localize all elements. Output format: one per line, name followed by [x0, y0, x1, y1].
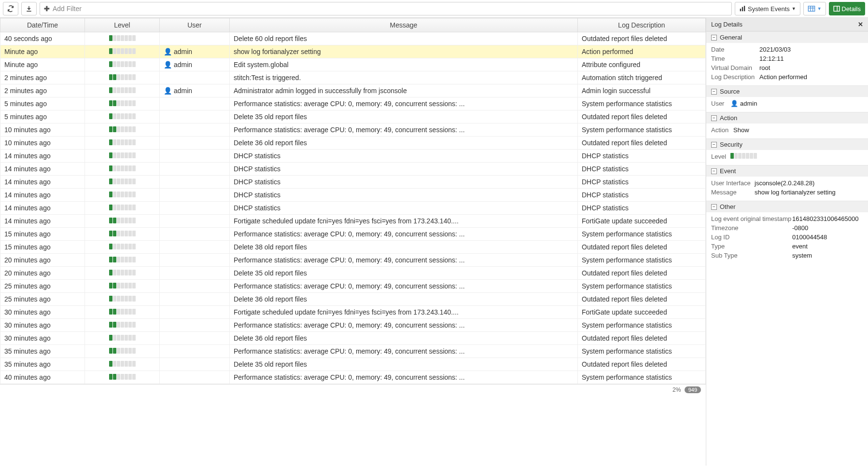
cell-level [85, 202, 160, 215]
details-field: Log ID0100044548 [711, 233, 863, 242]
details-field: User👤admin [711, 99, 863, 108]
cell-message: Delete 35 old report files [230, 358, 578, 371]
details-section-title: Source [720, 88, 740, 95]
details-field: ActionShow [711, 125, 863, 135]
cell-level [85, 163, 160, 176]
table-row[interactable]: 10 minutes agoDelete 36 old report files… [0, 137, 706, 150]
add-filter-input[interactable]: ✚ Add Filter [40, 2, 732, 15]
cell-message: DHCP statistics [230, 189, 578, 202]
level-indicator [109, 139, 136, 145]
details-section-header[interactable]: −Other [706, 201, 868, 212]
table-row[interactable]: 25 minutes agoDelete 36 old report files… [0, 293, 706, 306]
table-row[interactable]: 25 minutes agoPerformance statistics: av… [0, 280, 706, 293]
col-header-level[interactable]: Level [85, 18, 160, 32]
download-button[interactable] [21, 2, 37, 15]
table-row[interactable]: Minute ago👤adminshow log fortianalyzer s… [0, 45, 706, 58]
details-field: Timezone-0800 [711, 223, 863, 233]
cell-date: 2 minutes ago [0, 84, 85, 97]
cell-description: System performance statistics [578, 97, 706, 110]
cell-description: System performance statistics [578, 345, 706, 358]
collapse-icon: − [711, 115, 717, 121]
collapse-icon: − [711, 142, 717, 148]
table-row[interactable]: 2 minutes agostitch:Test is triggered.Au… [0, 71, 706, 84]
cell-message: Delete 35 old report files [230, 110, 578, 124]
table-row[interactable]: 14 minutes agoDHCP statisticsDHCP statis… [0, 176, 706, 189]
table-row[interactable]: 15 minutes agoDelete 38 old report files… [0, 241, 706, 254]
table-row[interactable]: 35 minutes agoDelete 35 old report files… [0, 358, 706, 371]
plus-icon: ✚ [44, 5, 50, 13]
table-row[interactable]: 14 minutes agoDHCP statisticsDHCP statis… [0, 163, 706, 176]
col-header-message[interactable]: Message [230, 18, 578, 32]
cell-message: show log fortianalyzer setting [230, 45, 578, 58]
cell-description: Outdated report files deleted [578, 293, 706, 306]
details-section-body: Date2021/03/03Time12:12:11Virtual Domain… [706, 43, 868, 85]
refresh-icon [7, 5, 14, 12]
table-row[interactable]: 10 minutes agoPerformance statistics: av… [0, 124, 706, 137]
details-field-key: Date [711, 46, 759, 53]
level-indicator [109, 192, 136, 197]
chevron-down-icon: ▼ [792, 6, 796, 11]
details-field: Virtual Domainroot [711, 63, 863, 72]
details-field: Log DescriptionAction performed [711, 72, 863, 82]
details-field-value: -0800 [792, 224, 808, 232]
details-section-header[interactable]: −General [706, 31, 868, 43]
table-row[interactable]: 40 minutes agoPerformance statistics: av… [0, 371, 706, 384]
cell-date: 40 seconds ago [0, 32, 85, 45]
cell-description: DHCP statistics [578, 189, 706, 202]
cell-level [85, 150, 160, 163]
table-row[interactable]: 14 minutes agoDHCP statisticsDHCP statis… [0, 202, 706, 215]
level-indicator [109, 165, 136, 171]
table-row[interactable]: 35 minutes agoPerformance statistics: av… [0, 345, 706, 358]
status-bar: 2% 949 [0, 384, 706, 395]
col-header-date[interactable]: Date/Time [0, 18, 85, 32]
cell-description: FortiGate update succeeded [578, 306, 706, 319]
table-row[interactable]: 14 minutes agoFortigate scheduled update… [0, 215, 706, 228]
details-button[interactable]: Details [829, 2, 865, 15]
details-section-header[interactable]: −Source [706, 85, 868, 97]
table-row[interactable]: 14 minutes agoDHCP statisticsDHCP statis… [0, 150, 706, 163]
col-header-user[interactable]: User [160, 18, 230, 32]
cell-level [85, 293, 160, 306]
table-row[interactable]: 30 minutes agoFortigate scheduled update… [0, 306, 706, 319]
details-field-value: show log fortianalyzer setting [755, 189, 836, 196]
table-row[interactable]: 30 minutes agoDelete 36 old report files… [0, 332, 706, 345]
columns-dropdown[interactable]: ▼ [803, 2, 826, 15]
table-row[interactable]: 15 minutes agoPerformance statistics: av… [0, 228, 706, 241]
details-section-header[interactable]: −Security [706, 138, 868, 150]
table-row[interactable]: 20 minutes agoPerformance statistics: av… [0, 254, 706, 267]
details-field-key: Time [711, 55, 759, 62]
cell-description: FortiGate update succeeded [578, 215, 706, 228]
table-row[interactable]: 30 minutes agoPerformance statistics: av… [0, 319, 706, 332]
system-events-dropdown[interactable]: System Events ▼ [735, 2, 800, 15]
chevron-down-icon: ▼ [817, 6, 822, 11]
table-row[interactable]: 40 seconds agoDelete 60 old report files… [0, 32, 706, 45]
cell-description: Outdated report files deleted [578, 267, 706, 280]
table-row[interactable]: Minute ago👤adminEdit system.globalAttrib… [0, 58, 706, 71]
cell-message: Performance statistics: average CPU: 0, … [230, 97, 578, 110]
details-section-body: User👤admin [706, 97, 868, 112]
details-field: Time12:12:11 [711, 54, 863, 63]
col-header-description[interactable]: Log Description [578, 18, 706, 32]
cell-date: 15 minutes ago [0, 241, 85, 254]
details-section-header[interactable]: −Event [706, 165, 868, 177]
table-row[interactable]: 2 minutes ago👤adminAdministrator admin l… [0, 84, 706, 97]
table-row[interactable]: 5 minutes agoDelete 35 old report filesO… [0, 110, 706, 124]
cell-date: 14 minutes ago [0, 150, 85, 163]
table-row[interactable]: 5 minutes agoPerformance statistics: ave… [0, 97, 706, 110]
cell-level [85, 176, 160, 189]
table-row[interactable]: 14 minutes agoDHCP statisticsDHCP statis… [0, 189, 706, 202]
details-field-key: User Interface [711, 179, 755, 187]
details-section-header[interactable]: −Action [706, 112, 868, 124]
details-field: Log event original timestamp161480233100… [711, 214, 863, 223]
details-section-body: User Interfacejsconsole(2.0.248.28)Messa… [706, 177, 868, 201]
cell-level [85, 267, 160, 280]
collapse-icon: − [711, 168, 717, 174]
close-details-button[interactable]: ✕ [858, 21, 863, 28]
log-details-panel: Log Details ✕ −GeneralDate2021/03/03Time… [706, 18, 868, 466]
table-row[interactable]: 20 minutes agoDelete 35 old report files… [0, 267, 706, 280]
details-field-value: root [759, 64, 770, 71]
refresh-button[interactable] [3, 2, 18, 15]
details-field: Messageshow log fortianalyzer setting [711, 188, 863, 197]
cell-message: Administrator admin logged in successful… [230, 84, 578, 97]
level-indicator [109, 374, 136, 380]
